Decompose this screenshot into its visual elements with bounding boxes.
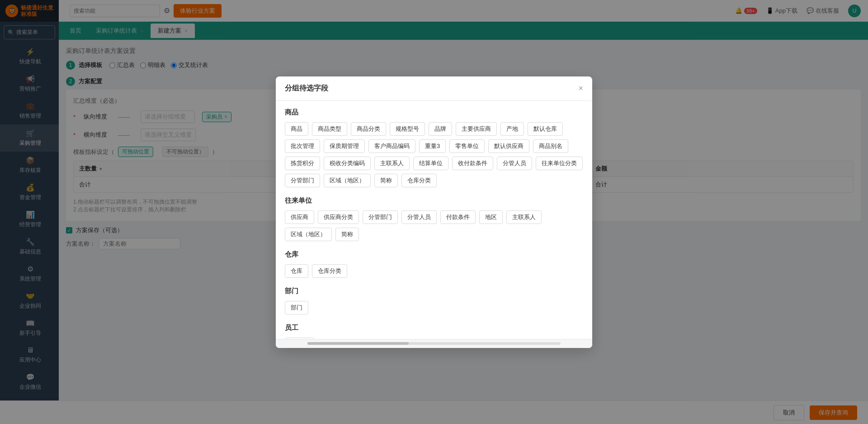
- field-tag[interactable]: 分管人员: [401, 210, 437, 224]
- horizontal-scrollbar[interactable]: [307, 342, 561, 345]
- field-tag[interactable]: 简称: [335, 228, 359, 241]
- field-section-partner: 往来单位 供应商供应商分类分管部门分管人员付款条件地区主联系人区域（地区）简称: [285, 196, 583, 241]
- field-section-warehouse: 仓库 仓库仓库分类: [285, 250, 583, 278]
- field-section-employee: 员工 业务员: [285, 324, 583, 339]
- modal-body: 商品 商品商品类型商品分类规格型号品牌主要供应商产地默认仓库批次管理保质期管理客…: [276, 101, 592, 339]
- field-tag[interactable]: 分管部门: [285, 174, 320, 187]
- field-grid-partner: 供应商供应商分类分管部门分管人员付款条件地区主联系人区域（地区）简称: [285, 210, 583, 241]
- field-section-dept: 部门 部门: [285, 287, 583, 314]
- field-tag[interactable]: 客户商品编码: [368, 139, 415, 153]
- field-tag[interactable]: 商品: [285, 122, 308, 136]
- field-tag[interactable]: 主联系人: [506, 210, 542, 224]
- field-grid-goods: 商品商品类型商品分类规格型号品牌主要供应商产地默认仓库批次管理保质期管理客户商品…: [285, 122, 583, 187]
- field-grid-warehouse: 仓库仓库分类: [285, 264, 583, 278]
- field-tag[interactable]: 品牌: [429, 122, 452, 136]
- field-tag[interactable]: 区域（地区）: [324, 174, 371, 187]
- field-tag[interactable]: 拣货积分: [285, 157, 320, 170]
- field-tag[interactable]: 主要供应商: [456, 122, 497, 136]
- field-tag[interactable]: 产地: [500, 122, 524, 136]
- field-tag[interactable]: 保质期管理: [324, 139, 365, 153]
- field-grid-dept: 部门: [285, 301, 583, 314]
- section-title-partner: 往来单位: [285, 196, 583, 205]
- field-tag[interactable]: 分管部门: [363, 210, 398, 224]
- modal-title: 分组待选字段: [285, 84, 328, 93]
- field-tag[interactable]: 简称: [374, 174, 398, 187]
- field-tag[interactable]: 商品别名: [533, 139, 568, 153]
- field-tag[interactable]: 税收分类编码: [324, 157, 371, 170]
- field-tag[interactable]: 供应商分类: [318, 210, 359, 224]
- field-tag[interactable]: 商品类型: [312, 122, 347, 136]
- field-tag[interactable]: 仓库分类: [312, 264, 347, 278]
- section-title-warehouse: 仓库: [285, 250, 583, 259]
- field-tag[interactable]: 供应商: [285, 210, 314, 224]
- field-tag[interactable]: 重量3: [419, 139, 446, 153]
- modal-header: 分组待选字段 ×: [276, 76, 592, 101]
- field-tag[interactable]: 部门: [285, 301, 308, 314]
- field-tag[interactable]: 付款条件: [440, 210, 476, 224]
- field-tag[interactable]: 规格型号: [390, 122, 425, 136]
- field-tag[interactable]: 默认供应商: [488, 139, 529, 153]
- field-section-goods: 商品 商品商品类型商品分类规格型号品牌主要供应商产地默认仓库批次管理保质期管理客…: [285, 108, 583, 187]
- modal-overlay[interactable]: 分组待选字段 × 商品 商品商品类型商品分类规格型号品牌主要供应商产地默认仓库批…: [0, 0, 868, 424]
- section-title-goods: 商品: [285, 108, 583, 117]
- field-tag[interactable]: 区域（地区）: [285, 228, 332, 241]
- section-title-dept: 部门: [285, 287, 583, 295]
- field-tag[interactable]: 零售单位: [449, 139, 485, 153]
- field-tag[interactable]: 默认仓库: [528, 122, 563, 136]
- field-tag[interactable]: 分管人员: [497, 157, 532, 170]
- section-title-employee: 员工: [285, 324, 583, 332]
- scrollbar-thumb: [307, 342, 409, 345]
- field-tag[interactable]: 地区: [479, 210, 503, 224]
- field-tag[interactable]: 往来单位分类: [536, 157, 583, 170]
- modal-close-button[interactable]: ×: [578, 84, 583, 93]
- field-tag[interactable]: 结算单位: [413, 157, 448, 170]
- modal: 分组待选字段 × 商品 商品商品类型商品分类规格型号品牌主要供应商产地默认仓库批…: [276, 76, 592, 348]
- field-tag[interactable]: 主联系人: [374, 157, 410, 170]
- field-tag[interactable]: 批次管理: [285, 139, 320, 153]
- field-tag[interactable]: 仓库: [285, 264, 308, 278]
- field-tag[interactable]: 仓库分类: [401, 174, 437, 187]
- field-tag[interactable]: 收付款条件: [452, 157, 493, 170]
- field-tag[interactable]: 商品分类: [351, 122, 386, 136]
- modal-scroll-bar: [276, 339, 592, 348]
